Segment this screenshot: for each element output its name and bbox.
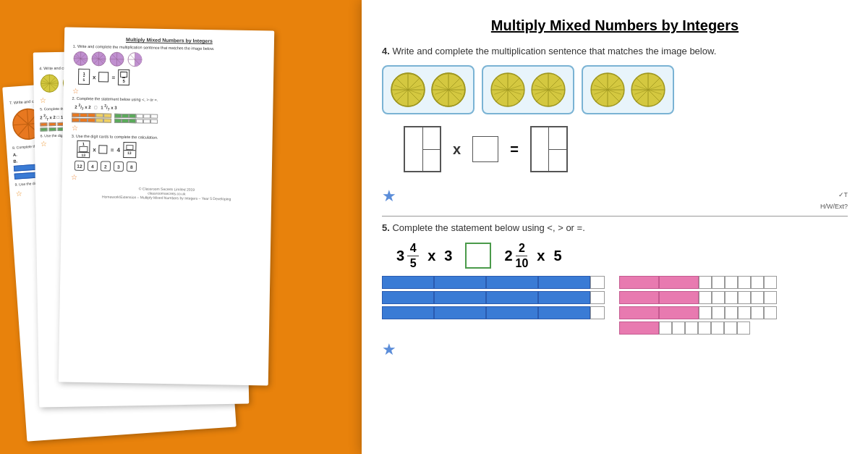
- answer-box-3: [530, 126, 568, 172]
- bar-cell-empty: [724, 321, 737, 335]
- bar-models: [382, 276, 848, 335]
- multiplication-row: x =: [404, 126, 848, 172]
- bar-row-3: [382, 306, 605, 319]
- q5-label: 5.: [382, 222, 390, 233]
- bar-cell-empty: [738, 276, 751, 289]
- compare-box: [465, 243, 491, 269]
- bar-cell-pink: [659, 306, 699, 319]
- q5-star: ★: [382, 340, 396, 358]
- left-multiplier: 3: [444, 248, 452, 264]
- bar-cell-empty: [764, 276, 777, 289]
- bar-cell-blue: [434, 276, 486, 289]
- bar-cell-empty: [590, 276, 605, 289]
- bar-cell-empty: [737, 321, 750, 335]
- bar-cell-empty: [738, 291, 751, 304]
- bar-cell-empty: [699, 291, 712, 304]
- citrus-box-3: [582, 65, 674, 114]
- answer-box-2: [472, 136, 498, 162]
- main-worksheet: Multiply Mixed Numbers by Integers 4. Wr…: [362, 0, 868, 454]
- worksheet-stack: Multiply Mixed Numbers by Integers 7. Wr…: [14, 22, 275, 434]
- left-expression: 3 4 5 x 3: [396, 242, 452, 270]
- bar-cell-empty: [738, 306, 751, 319]
- bar-cell-empty: [725, 276, 738, 289]
- q4-star: ★: [382, 187, 396, 206]
- bar-cell-empty: [685, 321, 698, 335]
- main-title: Multiply Mixed Numbers by Integers: [382, 17, 848, 34]
- right-whole: 2: [504, 248, 512, 264]
- bar-cell-blue: [538, 291, 590, 304]
- bar-cell-empty: [699, 306, 712, 319]
- bar-cell-empty: [712, 306, 725, 319]
- bar-cell-blue: [538, 306, 590, 319]
- question-4: 4. Write and complete the multiplication…: [382, 46, 848, 172]
- citrus-box-1: [382, 65, 475, 114]
- bar-row-2: [382, 291, 605, 304]
- bar-cell-empty: [764, 306, 777, 319]
- bar-cell-pink: [619, 306, 659, 319]
- bar-cell-blue: [382, 291, 434, 304]
- bar-cell-pink: [619, 276, 659, 289]
- right-denominator: 10: [516, 257, 529, 270]
- bar-cell-empty: [590, 306, 605, 319]
- bar-cell-pink: [659, 291, 699, 304]
- equals-symbol: =: [510, 141, 519, 158]
- bar-row-r1: [619, 276, 777, 289]
- vt-label: ✓T: [838, 191, 848, 198]
- right-multiplier: 5: [553, 248, 561, 264]
- citrus-groups: [382, 65, 848, 114]
- left-denominator: 5: [410, 257, 417, 270]
- bar-cell-empty: [725, 306, 738, 319]
- fraction-line-right: [516, 256, 527, 257]
- bar-cell-empty: [699, 276, 712, 289]
- bar-cell-blue: [382, 306, 434, 319]
- multiply-symbol: x: [453, 141, 461, 158]
- bar-row-r3: [619, 306, 777, 319]
- right-numerator: 2: [519, 242, 525, 255]
- ws3-title: Multiply Mixed Numbers by Integers: [73, 36, 265, 45]
- left-fraction: 4 5: [407, 242, 419, 270]
- q4-text: 4. Write and complete the multiplication…: [382, 46, 848, 56]
- bar-cell-blue: [486, 306, 538, 319]
- bar-cell-empty: [751, 291, 764, 304]
- right-operator: x: [537, 248, 545, 264]
- bar-cell-empty: [751, 276, 764, 289]
- left-whole: 3: [396, 248, 404, 264]
- bar-cell-empty: [590, 291, 605, 304]
- bar-cell-blue: [434, 306, 486, 319]
- hw-ext-label: H/W/Ext?: [382, 203, 848, 210]
- bar-cell-empty: [659, 321, 672, 335]
- q4-label: 4.: [382, 46, 390, 56]
- bar-cell-empty: [725, 291, 738, 304]
- bar-cell-empty: [711, 321, 724, 335]
- bar-cell-blue: [434, 291, 486, 304]
- right-fraction: 2 10: [516, 242, 529, 270]
- bar-cell-pink: [619, 291, 659, 304]
- left-operator: x: [427, 248, 435, 264]
- bar-cell-blue: [382, 276, 434, 289]
- bar-row-r4: [619, 321, 777, 335]
- question-5: 5. Complete the statement below using <,…: [382, 222, 848, 359]
- bar-cell-blue: [486, 291, 538, 304]
- fraction-line: [407, 256, 419, 257]
- bar-cell-blue: [486, 276, 538, 289]
- bar-row-r2: [619, 291, 777, 304]
- divider: [382, 216, 848, 217]
- bar-row-1: [382, 276, 605, 289]
- citrus-box-2: [482, 65, 574, 114]
- bar-cell-empty: [712, 276, 725, 289]
- bar-cell-empty: [764, 291, 777, 304]
- bar-cell-empty: [712, 291, 725, 304]
- bar-cell-empty: [751, 306, 764, 319]
- right-bar-model: [619, 276, 777, 335]
- right-expression: 2 2 10 x 5: [504, 242, 561, 270]
- q5-text: 5. Complete the statement below using <,…: [382, 222, 848, 233]
- q5-comparison-row: 3 4 5 x 3 2 2 10 x 5: [396, 242, 848, 270]
- bar-cell-pink: [619, 321, 659, 335]
- bar-cell-pink: [659, 276, 699, 289]
- bar-cell-empty: [672, 321, 685, 335]
- bar-cell-empty: [698, 321, 711, 335]
- bar-cell-blue: [538, 276, 590, 289]
- answer-box-1: [404, 126, 441, 172]
- left-numerator: 4: [410, 242, 417, 255]
- worksheet-front: Multiply Mixed Numbers by Integers 1. Wr…: [59, 28, 275, 386]
